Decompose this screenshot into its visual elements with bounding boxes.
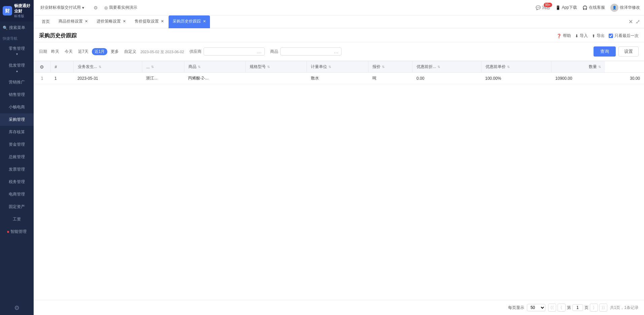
- sidebar-item-general-ledger[interactable]: 总账管理: [0, 151, 34, 163]
- app-download-button[interactable]: 📱 App下载: [556, 5, 577, 10]
- pagination: 每页显示 50 10 20 100 ⟨⟨ ⟨ 第 页 ⟩ ⟩⟩ 共1页，1条记录: [34, 300, 644, 315]
- tabs-right-controls: ✕ ⤢: [629, 19, 640, 25]
- page-first-btn[interactable]: ⟨⟨: [548, 304, 556, 312]
- content-area: 采购历史价跟踪 ❓ 帮助 ⬇ 导入 ⬆ 导出: [34, 28, 644, 315]
- goods-more-icon[interactable]: …: [334, 49, 338, 54]
- close-tab-purchase-price[interactable]: ✕: [123, 19, 126, 24]
- export-icon: ⬆: [592, 34, 595, 38]
- page-title: 采购历史价跟踪: [39, 32, 77, 39]
- sidebar-item-smart[interactable]: 智能管理: [0, 225, 34, 238]
- page-size-select[interactable]: 50 10 20 100: [527, 304, 545, 311]
- tab-purchase-price-strategy[interactable]: 进价策略设置 ✕: [93, 15, 130, 28]
- cell-row-num: 1: [34, 73, 50, 84]
- goods-input[interactable]: [283, 49, 334, 54]
- tab-home[interactable]: 首页: [38, 15, 54, 28]
- cell-price-unit: 吨: [368, 73, 413, 84]
- help-link[interactable]: ❓ 帮助: [557, 33, 571, 39]
- th-quantity[interactable]: 数量 ⇅: [551, 61, 605, 73]
- top-header: 好业财标准版交付试用 ▾ ⚙ ◎ 我要看实例演示 💬 消息 99+ 📱 App下…: [34, 0, 644, 15]
- page-next-btn[interactable]: ⟩: [590, 304, 598, 312]
- date-btn-7days[interactable]: 近7天: [76, 48, 91, 55]
- sidebar-quick-nav[interactable]: 快捷导航: [0, 34, 34, 42]
- filter-area: 日期 昨天 今天 近7天 近1月 更多 自定义 2023-05-02 至 202…: [34, 42, 644, 61]
- last-only-checkbox[interactable]: [609, 34, 613, 38]
- goods-input-wrap[interactable]: …: [280, 47, 342, 56]
- settings-button[interactable]: 设置: [618, 46, 639, 57]
- sidebar-item-assets[interactable]: 固定资产: [0, 201, 34, 213]
- th-spec[interactable]: 规格型号 ⇅: [245, 61, 307, 73]
- sidebar: 财 畅捷通好业财 标准版 🔍 搜索菜单 快捷导航 零售管理 ▾ 批发管理 ▴ 营…: [0, 0, 34, 315]
- data-table-wrap: ⚙ # 业务发生... ⇅ ...: [34, 61, 644, 300]
- sort-goods-icon: ⇅: [198, 65, 201, 69]
- user-menu[interactable]: 👤 徐泽华修改: [610, 4, 640, 12]
- page-last-btn[interactable]: ⟩⟩: [599, 304, 607, 312]
- tab-goods-price[interactable]: 商品价格设置 ✕: [55, 15, 92, 28]
- sidebar-item-wholesale[interactable]: 批发管理 ▴: [0, 59, 34, 76]
- demo-button[interactable]: ◎ 我要看实例演示: [104, 5, 137, 10]
- online-service-button[interactable]: 🎧 在线客服: [582, 5, 605, 10]
- search-icon: 🔍: [3, 26, 8, 30]
- page-total-info: 共1页，1条记录: [610, 305, 639, 311]
- sidebar-item-retail[interactable]: 零售管理 ▾: [0, 42, 34, 59]
- date-btn-custom[interactable]: 自定义: [122, 48, 138, 55]
- sidebar-item-small-ecommerce[interactable]: 小畅电商: [0, 101, 34, 113]
- version-selector[interactable]: 好业财标准版交付试用 ▾: [38, 3, 87, 12]
- date-btn-more[interactable]: 更多: [109, 48, 121, 55]
- date-btn-yesterday[interactable]: 昨天: [49, 48, 61, 55]
- supplier-more-icon[interactable]: …: [257, 49, 262, 54]
- message-button[interactable]: 💬 消息 99+: [536, 5, 550, 10]
- chevron-icon: ▾: [16, 52, 18, 56]
- system-settings-icon[interactable]: ⚙: [91, 3, 100, 12]
- page-size-label: 每页显示: [508, 305, 524, 311]
- close-panel-icon[interactable]: ✕: [629, 19, 633, 25]
- avatar: 👤: [610, 4, 618, 12]
- export-link[interactable]: ⬆ 导出: [592, 33, 605, 39]
- th-unit[interactable]: 计量单位 ⇅: [307, 61, 368, 73]
- sidebar-item-payroll[interactable]: 工资: [0, 213, 34, 225]
- th-gear[interactable]: ⚙: [34, 61, 50, 73]
- supplier-input[interactable]: [207, 49, 257, 54]
- sidebar-item-inventory[interactable]: 库存核算: [0, 126, 34, 138]
- sidebar-item-tax[interactable]: 税务管理: [0, 176, 34, 188]
- th-more[interactable]: ... ⇅: [142, 61, 184, 73]
- help-icon: ❓: [557, 34, 562, 38]
- sidebar-item-marketing[interactable]: 营销推广: [0, 76, 34, 89]
- sidebar-item-invoice[interactable]: 发票管理: [0, 163, 34, 176]
- sidebar-settings-icon[interactable]: ⚙: [0, 301, 34, 315]
- date-btn-1month[interactable]: 近1月: [92, 48, 108, 55]
- close-tab-goods-price[interactable]: ✕: [85, 19, 88, 24]
- import-link[interactable]: ⬇ 导入: [575, 33, 588, 39]
- version-label: 好业财标准版交付试用: [40, 5, 81, 10]
- th-goods[interactable]: 商品 ⇅: [184, 61, 245, 73]
- sort-quantity-icon: ⇅: [598, 65, 601, 69]
- query-button[interactable]: 查询: [594, 46, 616, 57]
- th-date[interactable]: 业务发生... ⇅: [73, 61, 142, 73]
- sidebar-item-purchase[interactable]: 采购管理: [0, 113, 34, 126]
- page-prev-btn[interactable]: ⟨: [558, 304, 566, 312]
- th-price[interactable]: 报价 ⇅: [368, 61, 413, 73]
- supplier-filter-label: 供应商: [189, 49, 202, 55]
- sidebar-item-sales[interactable]: 销售管理: [0, 89, 34, 101]
- chevron-up-icon: ▴: [16, 69, 18, 73]
- sidebar-search[interactable]: 🔍 搜索菜单: [0, 22, 34, 34]
- filter-actions: 查询 设置: [594, 46, 639, 57]
- supplier-input-wrap[interactable]: …: [204, 47, 265, 56]
- th-pre-price[interactable]: 优惠前单价 ⇅: [481, 61, 551, 73]
- close-tab-selling-price[interactable]: ✕: [161, 19, 164, 24]
- tab-selling-price[interactable]: 售价提取设置 ✕: [131, 15, 168, 28]
- sort-unit-icon: ⇅: [328, 65, 331, 69]
- sidebar-item-ecommerce[interactable]: 电商管理: [0, 188, 34, 201]
- cell-index: 1: [50, 73, 73, 84]
- last-only-checkbox-label[interactable]: 只看最后一次: [609, 33, 639, 39]
- tab-purchase-history[interactable]: 采购历史价跟踪 ✕: [169, 15, 210, 28]
- page-actions: ❓ 帮助 ⬇ 导入 ⬆ 导出 只看最后一次: [557, 33, 639, 39]
- message-badge: 99+: [544, 3, 552, 7]
- date-btn-today[interactable]: 今天: [63, 48, 75, 55]
- close-tab-purchase-history[interactable]: ✕: [203, 19, 206, 24]
- cell-quote: 0.00: [413, 73, 481, 84]
- cell-goods: 丙烯酸-2-...: [184, 73, 245, 84]
- expand-panel-icon[interactable]: ⤢: [636, 19, 640, 25]
- th-discount[interactable]: 优惠前折... ⇅: [413, 61, 481, 73]
- sidebar-item-finance[interactable]: 资金管理: [0, 138, 34, 151]
- page-number-input[interactable]: [572, 304, 583, 311]
